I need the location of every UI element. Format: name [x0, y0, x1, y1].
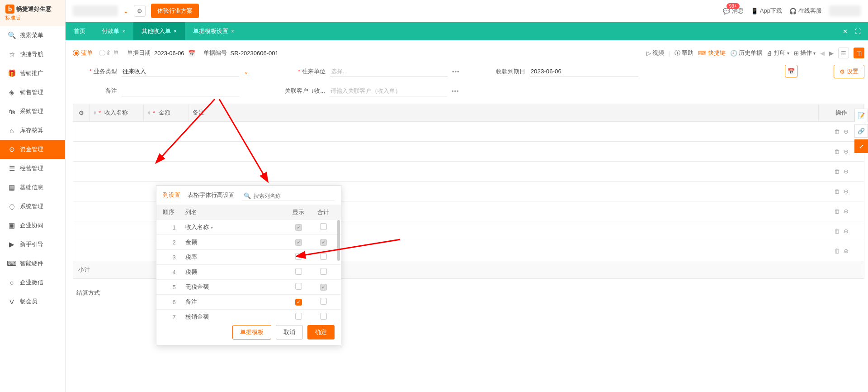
dropdown-caret-icon[interactable]: ⌄ — [123, 8, 128, 14]
show-checkbox[interactable]: ✓ — [295, 224, 302, 231]
delete-icon[interactable]: 🗑 — [834, 248, 840, 254]
chevron-down-icon[interactable]: ⌄ — [244, 68, 249, 75]
radio-blue[interactable]: 蓝单 — [73, 49, 93, 57]
table-row[interactable]: 🗑⊕ — [73, 142, 864, 162]
fullscreen-icon[interactable]: ⛶ — [853, 26, 863, 37]
video-link[interactable]: ▷视频 — [646, 49, 664, 57]
close-icon[interactable]: × — [231, 28, 234, 34]
show-checkbox[interactable] — [295, 253, 302, 260]
tab-close-all-icon[interactable]: ✕ — [841, 26, 849, 37]
more-icon[interactable]: ••• — [452, 68, 460, 75]
show-checkbox[interactable] — [295, 268, 302, 275]
copy-icon[interactable]: ⊕ — [844, 228, 849, 234]
cancel-button[interactable]: 取消 — [276, 325, 303, 339]
show-checkbox[interactable]: ✓ — [295, 299, 302, 306]
user-info-blur[interactable] — [829, 5, 861, 16]
sum-checkbox[interactable] — [320, 223, 327, 230]
settings-gear-button[interactable]: ⚙ — [134, 5, 146, 17]
scrollbar[interactable] — [337, 220, 340, 261]
biz-type-input[interactable] — [122, 66, 239, 77]
radio-red[interactable]: 红单 — [99, 49, 119, 57]
delete-icon[interactable]: 🗑 — [834, 208, 840, 215]
due-date-input[interactable] — [530, 66, 638, 77]
popup-tab-columns[interactable]: 列设置 — [163, 191, 180, 201]
sum-checkbox[interactable] — [320, 268, 327, 275]
view-list-icon[interactable]: ☰ — [838, 48, 849, 58]
popup-tab-font[interactable]: 表格字体行高设置 — [188, 191, 235, 201]
copy-icon[interactable]: ⊕ — [844, 148, 849, 155]
copy-icon[interactable]: ⊕ — [844, 188, 849, 195]
more-icon[interactable]: ••• — [452, 88, 459, 95]
tab[interactable]: 付款单× — [94, 22, 133, 40]
sidebar-item[interactable]: ▶新手引导 — [0, 235, 65, 254]
sum-checkbox[interactable]: ✓ — [320, 239, 327, 246]
sidebar-item[interactable]: ⌂库存核算 — [0, 121, 65, 140]
table-row[interactable]: 🗑⊕ — [73, 122, 864, 142]
sidebar-item[interactable]: ☆快捷导航 — [0, 45, 65, 64]
party-input[interactable] — [330, 66, 448, 77]
float-link-icon[interactable]: 🔗 — [854, 124, 868, 138]
view-detail-icon[interactable]: ◫ — [854, 48, 864, 58]
chevron-down-icon[interactable]: ▾ — [211, 225, 213, 230]
column-search-input[interactable] — [254, 193, 333, 199]
close-icon[interactable]: × — [122, 28, 125, 34]
tab[interactable]: 其他收入单× — [133, 22, 185, 40]
sidebar-item[interactable]: ⌨智能硬件 — [0, 254, 65, 273]
remark-input[interactable] — [122, 86, 239, 96]
tab[interactable]: 单据模板设置× — [185, 22, 242, 40]
sidebar-item[interactable]: ◌系统管理 — [0, 197, 65, 216]
customer-input[interactable] — [330, 86, 447, 96]
sum-checkbox[interactable]: ✓ — [320, 284, 327, 291]
show-checkbox[interactable]: ✓ — [295, 239, 302, 246]
shortcut-link[interactable]: ⌨快捷键 — [698, 49, 726, 57]
sum-checkbox[interactable] — [320, 253, 327, 260]
sidebar-item[interactable]: V畅会员 — [0, 292, 65, 311]
sort-icon[interactable]: ▲▼ — [147, 110, 151, 115]
copy-icon[interactable]: ⊕ — [844, 168, 849, 175]
sidebar-item[interactable]: ☰经营管理 — [0, 159, 65, 178]
messages-link[interactable]: 💬 99+ 消息 — [723, 7, 744, 15]
operate-link[interactable]: ⊞操作▾ — [794, 49, 816, 57]
delete-icon[interactable]: 🗑 — [834, 148, 840, 155]
confirm-button[interactable]: 确定 — [307, 325, 335, 339]
copy-icon[interactable]: ⊕ — [844, 208, 849, 215]
prev-icon[interactable]: ◀ — [820, 50, 825, 57]
copy-icon[interactable]: ⊕ — [844, 248, 849, 254]
copy-icon[interactable]: ⊕ — [844, 128, 849, 135]
column-settings-button[interactable]: ⚙ — [73, 104, 90, 121]
calendar-button[interactable]: 📅 — [785, 65, 797, 77]
show-checkbox[interactable] — [295, 313, 302, 320]
sidebar-item[interactable]: 🔍搜索菜单 — [0, 26, 65, 45]
sidebar-item[interactable]: ◈销售管理 — [0, 83, 65, 102]
sort-icon[interactable]: ▲▼ — [93, 110, 97, 115]
sidebar-item[interactable]: 🛍采购管理 — [0, 102, 65, 121]
try-industry-button[interactable]: 体验行业方案 — [151, 4, 199, 18]
settings-button[interactable]: ⚙设置 — [834, 65, 864, 78]
show-checkbox[interactable] — [295, 283, 302, 290]
template-button[interactable]: 单据模板 — [232, 325, 271, 339]
sidebar-item[interactable]: ▤基础信息 — [0, 178, 65, 197]
org-selector-blur[interactable] — [73, 5, 118, 16]
history-link[interactable]: 🕘历史单据 — [730, 49, 762, 57]
sum-checkbox[interactable] — [320, 313, 327, 320]
sidebar-item[interactable]: 🎁营销推广 — [0, 64, 65, 83]
sum-checkbox[interactable] — [320, 298, 327, 305]
sidebar-item[interactable]: ○企业微信 — [0, 273, 65, 292]
online-service-link[interactable]: 🎧 在线客服 — [789, 7, 822, 15]
delete-icon[interactable]: 🗑 — [834, 228, 840, 234]
print-link[interactable]: 🖨打印▾ — [767, 49, 789, 57]
next-icon[interactable]: ▶ — [829, 50, 834, 57]
tab[interactable]: 首页 — [66, 22, 94, 40]
help-link[interactable]: ⓘ帮助 — [675, 49, 693, 57]
float-note-icon[interactable]: 📝 — [854, 109, 868, 122]
sidebar-item[interactable]: ▣企业协同 — [0, 216, 65, 235]
sidebar-item[interactable]: ⊙资金管理 — [0, 140, 65, 159]
delete-icon[interactable]: 🗑 — [834, 128, 840, 135]
delete-icon[interactable]: 🗑 — [834, 168, 840, 175]
table-row[interactable]: 🗑⊕ — [73, 162, 864, 182]
float-expand-icon[interactable]: ⤢ — [854, 139, 868, 153]
close-icon[interactable]: × — [174, 28, 177, 34]
calendar-icon[interactable]: 📅 — [188, 50, 195, 57]
doc-date-value[interactable]: 2023-06-06 — [154, 50, 184, 57]
delete-icon[interactable]: 🗑 — [834, 188, 840, 195]
